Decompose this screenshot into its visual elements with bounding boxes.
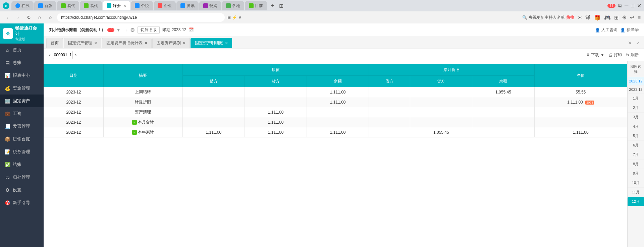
new-tab-button[interactable]: + xyxy=(268,1,277,10)
tab-yidai2[interactable]: 易代 xyxy=(80,1,102,10)
tab-close-haohui[interactable]: ✕ xyxy=(123,4,126,8)
period-item-aug[interactable]: 8月 xyxy=(628,160,644,169)
browser-chrome: e 在线 新版 易代 易代 好会 ✕ 个税 企业 xyxy=(0,0,644,23)
tab-zaixin[interactable]: 在线 xyxy=(11,1,34,10)
sidebar-item-fund-mgmt[interactable]: 💰 资金管理 xyxy=(0,82,44,95)
translate-icon[interactable]: 译 xyxy=(585,14,591,21)
download-dropdown-icon[interactable]: ▼ xyxy=(600,53,604,57)
summary-text-4: 本月合计 xyxy=(138,120,154,124)
sidebar-item-settings[interactable]: ⚙ 设置 xyxy=(0,184,44,196)
sidebar-item-close-account[interactable]: ✅ 结账 xyxy=(0,158,44,171)
tab-muqian[interactable]: 目前 xyxy=(245,1,267,10)
home-button[interactable]: ⌂ xyxy=(36,13,44,21)
tab-xinban[interactable]: 新版 xyxy=(34,1,56,10)
forward-button[interactable]: › xyxy=(14,13,22,21)
tab-favicon-chang xyxy=(203,3,208,8)
sidebar-item-trade-ledger[interactable]: 📦 进销台账 xyxy=(0,133,44,145)
tab-depreciation-stats-close[interactable]: ✕ xyxy=(145,41,147,45)
sidebar-item-invoice[interactable]: 🧾 发票管理 xyxy=(0,120,44,133)
tab-tengxun[interactable]: 腾讯 xyxy=(176,1,199,10)
tab-asset-category-close[interactable]: ✕ xyxy=(183,41,185,45)
maximize-icon[interactable]: □ xyxy=(631,3,634,9)
refresh-button[interactable]: ↻ 刷新 xyxy=(626,52,639,58)
cell-orig-balance-3 xyxy=(307,107,369,117)
switch-version-button[interactable]: 切到旧版 xyxy=(138,26,160,34)
download-button[interactable]: ⬇ 下载 ▼ xyxy=(586,52,604,58)
sidebar-item-archive[interactable]: 🗂 归档管理 xyxy=(0,171,44,184)
reload-button[interactable]: ↻ xyxy=(25,13,33,21)
page-tool-icon3[interactable]: ∨ xyxy=(238,15,241,20)
period-item-nov[interactable]: 11月 xyxy=(628,188,644,197)
tab-depreciation-stats[interactable]: 固定资产折旧统计表 ✕ xyxy=(102,38,152,48)
sidebar-item-report-center[interactable]: 📊 报表中心 xyxy=(0,69,44,82)
tab-asset-category[interactable]: 固定资产类别 ✕ xyxy=(152,38,190,48)
side-panel: 期间选择 2023.12 2023.12 1月 2月 3月 4月 5月 6月 7… xyxy=(627,61,644,247)
star-button[interactable]: ☆ xyxy=(46,13,54,21)
user-menu-button[interactable]: 👤 徐泽华 xyxy=(620,27,639,33)
tab-geshui[interactable]: 个税 xyxy=(131,1,153,10)
period-item-oct[interactable]: 10月 xyxy=(628,178,644,188)
window-maximize-button[interactable]: ⤢ xyxy=(635,40,641,46)
next-page-button[interactable]: › xyxy=(75,52,76,58)
sidebar-item-guide[interactable]: 🎯 新手引导 xyxy=(0,196,44,209)
tab-fixed-assets-mgmt[interactable]: 固定资产管理 ✕ xyxy=(64,38,101,48)
tab-fixed-assets-mgmt-close[interactable]: ✕ xyxy=(94,41,97,45)
page-tool-icon2[interactable]: ⚡ xyxy=(232,15,237,20)
tab-customize-button[interactable]: ⊞ xyxy=(278,3,285,9)
back-button[interactable]: ‹ xyxy=(3,13,11,21)
tab-asset-detail-ledger-close[interactable]: ✕ xyxy=(225,41,228,45)
period-item-sep[interactable]: 9月 xyxy=(628,169,644,178)
tab-home[interactable]: 首页 xyxy=(46,38,63,48)
cell-accum-balance-2 xyxy=(472,97,534,107)
account-name: 刘小艳演示账套（勿删勿动！） xyxy=(49,27,105,33)
sidebar-item-general-ledger[interactable]: ▤ 总账 xyxy=(0,56,44,69)
undo-icon[interactable]: ↩ xyxy=(630,14,634,21)
address-bar: ‹ › ↻ ⌂ ☆ ⊞ ⚡ ∨ 🔍 央视更新主持人名单 热搜 ✂ 译 🎁 🎮 ⊞… xyxy=(0,11,644,23)
close-browser-icon[interactable]: ✕ xyxy=(637,3,641,9)
period-item-jan[interactable]: 1月 xyxy=(628,94,644,103)
account-dropdown-icon[interactable]: ▼ xyxy=(116,28,120,33)
search-bar[interactable]: 🔍 央视更新主持人名单 热搜 xyxy=(522,15,574,20)
period-item-mar[interactable]: 3月 xyxy=(628,113,644,122)
gift-icon[interactable]: 🎁 xyxy=(594,14,601,21)
minimize-icon[interactable]: ─ xyxy=(625,3,628,9)
period-edit-icon[interactable]: 📅 xyxy=(189,27,194,32)
period-item-apr[interactable]: 4月 xyxy=(628,122,644,131)
restore-down-icon[interactable]: ⧉ xyxy=(618,3,622,9)
window-close-button[interactable]: ✕ xyxy=(627,40,633,46)
game-icon[interactable]: 🎮 xyxy=(604,14,611,21)
tab-gedi[interactable]: 各地 xyxy=(222,1,244,10)
tab-asset-detail-ledger[interactable]: 固定资产明细账 ✕ xyxy=(191,38,232,48)
tab-haohui[interactable]: 好会 ✕ xyxy=(103,1,130,10)
grid-icon[interactable]: ⊞ xyxy=(614,14,619,21)
menu-icon[interactable]: ≡ xyxy=(638,14,641,20)
period-item-dec[interactable]: 12月 xyxy=(628,197,644,206)
period-item-jul[interactable]: 7月 xyxy=(628,150,644,160)
print-button[interactable]: 🖨 打印 xyxy=(608,52,622,58)
help-button[interactable]: 👤 人工咨询 xyxy=(595,27,618,33)
page-tool-icon1[interactable]: ⊞ xyxy=(227,15,231,20)
tab-yidai1[interactable]: 易代 xyxy=(57,1,79,10)
period-item-may[interactable]: 5月 xyxy=(628,131,644,141)
period-item-feb[interactable]: 2月 xyxy=(628,103,644,113)
period-item-jun[interactable]: 6月 xyxy=(628,141,644,150)
prev-page-button[interactable]: ‹ xyxy=(49,52,51,58)
period-item-2023-12-2[interactable]: 2023.12 xyxy=(628,85,644,94)
sidebar-item-home[interactable]: ⌂ 首页 xyxy=(0,44,44,56)
pagination-input[interactable] xyxy=(53,51,73,59)
assets-icon: 🏢 xyxy=(5,98,10,104)
sidebar-item-salary[interactable]: 💼 工资 xyxy=(0,107,44,120)
scissors-icon[interactable]: ✂ xyxy=(578,14,582,21)
sidebar-item-fixed-assets[interactable]: 🏢 固定资产 xyxy=(0,95,44,107)
sidebar-item-tax-mgmt[interactable]: 📝 税务管理 xyxy=(0,145,44,158)
settings-small-icon[interactable]: ⚙ xyxy=(130,27,135,33)
tab-chang[interactable]: 畅购 xyxy=(199,1,221,10)
table-row: 2023-12 ≡ 本年累计 1,111.00 1,111.00 1,111.0… xyxy=(44,127,627,137)
address-input[interactable] xyxy=(57,13,225,22)
add-account-icon[interactable]: + xyxy=(124,27,127,33)
tab-qiye[interactable]: 企业 xyxy=(154,1,176,10)
tab-depreciation-stats-label: 固定资产折旧统计表 xyxy=(106,40,143,46)
period-item-2023-12-1[interactable]: 2023.12 xyxy=(628,77,644,85)
brightness-icon[interactable]: ☀ xyxy=(622,14,627,21)
cell-accum-balance-5 xyxy=(472,127,534,137)
